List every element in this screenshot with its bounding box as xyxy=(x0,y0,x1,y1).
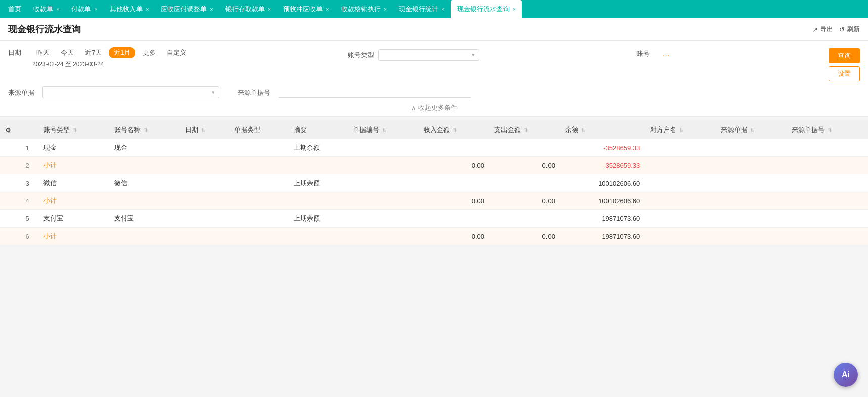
nav-tab-4[interactable]: 银行存取款单 × xyxy=(219,0,277,18)
cell-source_doc_no xyxy=(787,192,868,210)
collapse-button[interactable]: ∧ 收起更多条件 xyxy=(8,103,860,112)
table-row[interactable]: 6小计0.000.0019871073.60 xyxy=(0,228,868,245)
date-options: 昨天 今天 近7天 近1月 更多 自定义 xyxy=(32,47,191,58)
cell-doc_type xyxy=(229,139,289,157)
cell-doc_type xyxy=(229,157,289,174)
cell-summary xyxy=(289,228,348,245)
account-type-label: 账号类型 xyxy=(348,51,374,60)
data-table-container: ⚙ 账号类型 ⇅ 账号名称 ⇅ 日期 ⇅ 单据类型 摘要 单据编号 ⇅ 收入金额… xyxy=(0,121,868,245)
date-opt-7days[interactable]: 近7天 xyxy=(81,47,106,58)
column-income[interactable]: 收入金额 ⇅ xyxy=(419,121,489,139)
table-row[interactable]: 3微信微信上期余额100102606.60 xyxy=(0,174,868,192)
nav-tab-1[interactable]: 付款单 × xyxy=(65,0,103,18)
date-opt-more[interactable]: 更多 xyxy=(139,47,160,58)
cell-source_doc xyxy=(716,228,787,245)
cell-idx: 4 xyxy=(16,192,38,210)
column-source-doc-no[interactable]: 来源单据号 ⇅ xyxy=(787,121,868,139)
column-index xyxy=(16,121,38,139)
nav-tab-7[interactable]: 现金银行统计 × xyxy=(393,0,450,18)
column-doc-no[interactable]: 单据编号 ⇅ xyxy=(348,121,419,139)
column-account-name[interactable]: 账号名称 ⇅ xyxy=(109,121,180,139)
table-row[interactable]: 2小计0.000.00-3528659.33 xyxy=(0,157,868,174)
cell-source_doc xyxy=(716,192,787,210)
cell-balance: 100102606.60 xyxy=(560,174,645,192)
nav-close-2[interactable]: × xyxy=(146,6,149,12)
cell-doc_no xyxy=(348,210,419,228)
table-row[interactable]: 4小计0.000.00100102606.60 xyxy=(0,192,868,210)
nav-close-1[interactable]: × xyxy=(94,6,97,12)
date-range-display: 2023-02-24 至 2023-03-24 xyxy=(32,61,104,68)
cell-doc_type xyxy=(229,228,289,245)
cell-account_type: 现金 xyxy=(38,139,109,157)
nav-close-0[interactable]: × xyxy=(56,6,59,12)
cell-source_doc_no xyxy=(787,210,868,228)
cell-gear xyxy=(0,192,16,210)
account-ellipsis-button[interactable]: ... xyxy=(661,49,671,58)
nav-tab-2[interactable]: 其他收入单 × xyxy=(104,0,155,18)
nav-tab-0[interactable]: 收款单 × xyxy=(27,0,65,18)
table-row[interactable]: 5支付宝支付宝上期余额19871073.60 xyxy=(0,210,868,228)
cell-date xyxy=(180,157,229,174)
refresh-icon: ↺ xyxy=(839,26,845,33)
cell-income: 0.00 xyxy=(419,192,489,210)
nav-close-7[interactable]: × xyxy=(441,6,444,12)
date-label: 日期 xyxy=(8,48,28,57)
cell-balance: 19871073.60 xyxy=(560,228,645,245)
column-expense[interactable]: 支出金额 ⇅ xyxy=(489,121,560,139)
query-button[interactable]: 查询 xyxy=(829,48,860,63)
nav-tab-3[interactable]: 应收应付调整单 × xyxy=(155,0,219,18)
cell-source_doc xyxy=(716,174,787,192)
column-summary: 摘要 xyxy=(289,121,348,139)
cell-counterpart xyxy=(645,174,716,192)
cell-source_doc xyxy=(716,210,787,228)
filter-row-2: 来源单据 ▾ 来源单据号 xyxy=(8,86,860,98)
cell-gear xyxy=(0,174,16,192)
refresh-button[interactable]: ↺ 刷新 xyxy=(839,25,860,34)
column-counterpart[interactable]: 对方户名 ⇅ xyxy=(645,121,716,139)
cell-idx: 2 xyxy=(16,157,38,174)
nav-tab-8[interactable]: 现金银行流水查询 × xyxy=(451,0,522,18)
cell-expense: 0.00 xyxy=(489,192,560,210)
cell-doc_no xyxy=(348,139,419,157)
cell-summary: 上期余额 xyxy=(289,139,348,157)
column-date[interactable]: 日期 ⇅ xyxy=(180,121,229,139)
cell-expense xyxy=(489,139,560,157)
date-opt-today[interactable]: 今天 xyxy=(57,47,78,58)
cell-summary xyxy=(289,157,348,174)
date-opt-yesterday[interactable]: 昨天 xyxy=(32,47,54,58)
nav-close-8[interactable]: × xyxy=(513,6,516,12)
date-opt-1month[interactable]: 近1月 xyxy=(109,47,135,58)
cell-counterpart xyxy=(645,210,716,228)
settings-button[interactable]: 设置 xyxy=(829,66,860,81)
nav-tab-5[interactable]: 预收冲应收单 × xyxy=(277,0,335,18)
column-source-doc[interactable]: 来源单据 ⇅ xyxy=(716,121,787,139)
cell-counterpart xyxy=(645,139,716,157)
cell-date xyxy=(180,192,229,210)
top-navigation: 首页 收款单 × 付款单 × 其他收入单 × 应收应付调整单 × 银行存取款单 … xyxy=(0,0,868,18)
nav-tab-6[interactable]: 收款核销执行 × xyxy=(335,0,393,18)
table-row[interactable]: 1现金现金上期余额-3528659.33 xyxy=(0,139,868,157)
column-balance[interactable]: 余额 ⇅ xyxy=(560,121,645,139)
nav-close-6[interactable]: × xyxy=(384,6,387,12)
cell-account_type: 小计 xyxy=(38,192,109,210)
source-doc-label: 来源单据 xyxy=(8,88,34,97)
column-doc-type: 单据类型 xyxy=(229,121,289,139)
cell-summary xyxy=(289,192,348,210)
nav-home[interactable]: 首页 xyxy=(2,0,27,18)
column-account-type[interactable]: 账号类型 ⇅ xyxy=(38,121,109,139)
export-button[interactable]: ↗ 导出 xyxy=(812,25,833,34)
account-type-select[interactable]: ▾ xyxy=(378,49,479,61)
date-opt-custom[interactable]: 自定义 xyxy=(163,47,191,58)
cell-idx: 5 xyxy=(16,210,38,228)
nav-close-4[interactable]: × xyxy=(268,6,271,12)
source-doc-select[interactable]: ▾ xyxy=(42,86,219,98)
cell-date xyxy=(180,139,229,157)
nav-close-3[interactable]: × xyxy=(210,6,213,12)
nav-close-5[interactable]: × xyxy=(326,6,329,12)
cell-gear xyxy=(0,139,16,157)
column-gear[interactable]: ⚙ xyxy=(0,121,16,139)
filter-area: 日期 昨天 今天 近7天 近1月 更多 自定义 2023-02-24 至 202… xyxy=(0,41,868,117)
source-doc-no-input[interactable] xyxy=(279,87,471,98)
cell-account_name xyxy=(109,157,180,174)
cell-doc_no xyxy=(348,157,419,174)
